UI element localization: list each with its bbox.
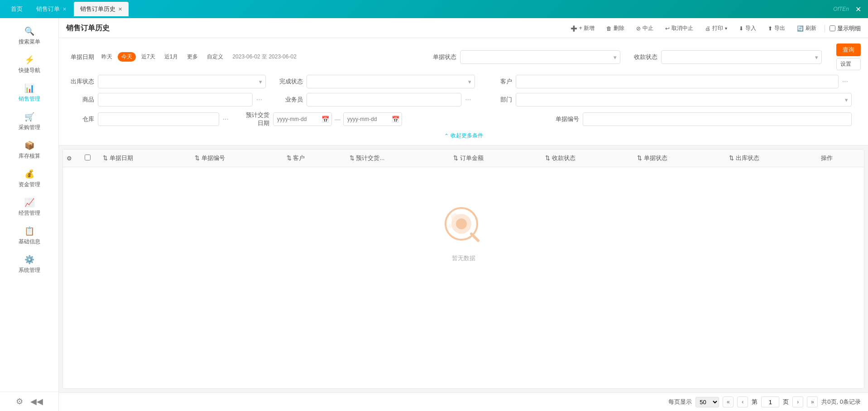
- product-input[interactable]: [98, 93, 253, 106]
- sidebar-item-purchase-mgmt[interactable]: 🛒 采购管理: [0, 107, 58, 136]
- display-details-checkbox[interactable]: [830, 25, 835, 31]
- warehouse-input[interactable]: [98, 112, 219, 126]
- stop-button[interactable]: ⊘ 中止: [633, 23, 657, 34]
- first-page-button[interactable]: «: [723, 396, 734, 407]
- product-label: 商品: [66, 96, 98, 104]
- tab-sales-order-history-close[interactable]: ✕: [118, 6, 122, 12]
- salesperson-input[interactable]: [307, 93, 461, 106]
- tab-home[interactable]: 首页: [5, 2, 29, 16]
- customer-label: 客户: [484, 77, 516, 86]
- import-icon: ⬇: [739, 25, 743, 32]
- export-icon: ⬆: [768, 25, 772, 32]
- delivery-date-group: 📅 — 📅: [273, 112, 402, 126]
- system-mgmt-icon: ⚙️: [24, 255, 34, 265]
- sidebar-item-operations[interactable]: 📈 经营管理: [0, 193, 58, 222]
- sidebar-item-sales-mgmt[interactable]: 📊 销售管理: [0, 79, 58, 107]
- sidebar-item-quick-nav-label: 快捷导航: [19, 67, 40, 74]
- basic-info-icon: 📋: [24, 226, 34, 236]
- table-header-row: ⚙ ⇅ 单据日期 ⇅ 单据编号: [63, 150, 864, 167]
- col-number-text: 单据编号: [201, 155, 225, 161]
- svg-point-4: [451, 213, 458, 221]
- toolbar-divider: [825, 25, 825, 32]
- query-button[interactable]: 查询: [836, 44, 861, 56]
- data-table: ⚙ ⇅ 单据日期 ⇅ 单据编号: [63, 150, 864, 167]
- date-pill-custom[interactable]: 自定义: [203, 52, 227, 62]
- th-customer: ⇅ 客户: [283, 150, 346, 167]
- new-button[interactable]: ➕ + 新增: [567, 23, 598, 34]
- sidebar-item-quick-nav[interactable]: ⚡ 快捷导航: [0, 50, 58, 79]
- salesperson-label: 业务员: [275, 96, 307, 104]
- date-pill-1month[interactable]: 近1月: [161, 52, 182, 62]
- th-action: 操作: [817, 150, 864, 167]
- settings-gear-icon[interactable]: ⚙: [67, 155, 72, 162]
- date-pill-more[interactable]: 更多: [183, 52, 201, 62]
- warehouse-out-select[interactable]: [98, 75, 266, 88]
- th-settings: ⚙: [63, 150, 81, 167]
- page-number-input[interactable]: [761, 396, 779, 407]
- product-more-icon[interactable]: ···: [253, 96, 266, 104]
- th-doc-status: ⇅ 单据状态: [633, 150, 725, 167]
- settings-button[interactable]: 设置: [836, 58, 861, 70]
- next-page-button[interactable]: ›: [792, 396, 803, 407]
- import-button[interactable]: ⬇ 导入: [735, 23, 760, 34]
- th-delivery-sort: ⇅: [350, 155, 356, 161]
- tab-sales-order[interactable]: 销售订单 ✕: [30, 2, 73, 16]
- department-select[interactable]: [516, 93, 852, 106]
- export-button[interactable]: ⬆ 导出: [764, 23, 789, 34]
- purchase-mgmt-icon: 🛒: [24, 112, 34, 122]
- payment-status-control: [661, 50, 822, 64]
- display-details-label[interactable]: 显示明细: [830, 24, 861, 33]
- th-number-sort: ⇅: [195, 155, 201, 161]
- volume-icon[interactable]: ◀◀: [30, 396, 43, 406]
- th-customer-sort: ⇅: [287, 155, 293, 161]
- last-page-button[interactable]: »: [807, 396, 818, 407]
- refresh-button[interactable]: 🔄 刷新: [793, 23, 820, 34]
- tab-sales-order-history[interactable]: 销售订单历史 ✕: [74, 2, 129, 16]
- cancel-stop-button[interactable]: ↩ 取消中止: [662, 23, 697, 34]
- customer-input[interactable]: [516, 75, 839, 88]
- quick-nav-icon: ⚡: [24, 55, 34, 65]
- sidebar-item-search-menu-label: 搜索菜单: [19, 38, 40, 46]
- svg-point-2: [456, 218, 467, 229]
- select-all-checkbox[interactable]: [85, 155, 91, 160]
- settings-bottom-icon[interactable]: ⚙: [16, 396, 23, 406]
- page-size-select[interactable]: 20 50 100 200: [695, 397, 719, 407]
- completion-select[interactable]: [307, 75, 475, 88]
- sidebar-item-inventory[interactable]: 📦 库存核算: [0, 136, 58, 164]
- collapse-row[interactable]: ⌃ 收起更多条件: [66, 132, 861, 140]
- salesperson-control: ···: [307, 93, 475, 106]
- finance-icon: 💰: [24, 169, 34, 179]
- prev-page-button[interactable]: ‹: [737, 396, 748, 407]
- print-button[interactable]: 🖨 打印 ▾: [701, 23, 731, 34]
- toolbar: ➕ + 新增 🗑 删除 ⊘ 中止 ↩ 取消中止 🖨 打印: [567, 23, 861, 34]
- warehouse-control: ···: [98, 112, 232, 126]
- customer-more-icon[interactable]: ···: [839, 77, 852, 86]
- salesperson-more-icon[interactable]: ···: [461, 96, 475, 104]
- date-filter-label: 单据日期: [66, 53, 98, 61]
- date-pill-yesterday[interactable]: 昨天: [98, 52, 116, 62]
- sidebar-item-system-mgmt[interactable]: ⚙️ 系统管理: [0, 250, 58, 279]
- inventory-icon: 📦: [24, 140, 34, 150]
- sidebar-item-finance[interactable]: 💰 资金管理: [0, 164, 58, 193]
- page-title: 销售订单历史: [66, 24, 110, 33]
- status-select[interactable]: [460, 50, 621, 64]
- calendar-from-icon: 📅: [321, 116, 329, 123]
- payment-status-select-wrapper: [661, 50, 822, 64]
- sidebar-item-search-menu[interactable]: 🔍 搜索菜单: [0, 22, 58, 50]
- completion-control: [307, 75, 475, 88]
- date-pill-7days[interactable]: 近7天: [138, 52, 159, 62]
- delivery-date-control: 📅 — 📅: [273, 112, 542, 126]
- sidebar-item-basic-info[interactable]: 📋 基础信息: [0, 222, 58, 250]
- window-close-button[interactable]: ✕: [853, 4, 863, 15]
- warehouse-more-icon[interactable]: ···: [219, 115, 232, 123]
- doc-number-input[interactable]: [583, 112, 852, 126]
- top-bar: 首页 销售订单 ✕ 销售订单历史 ✕ OfTEn ✕: [0, 0, 868, 18]
- date-range-text: 2023-06-02 至 2023-06-02: [232, 53, 296, 61]
- th-amount-sort: ⇅: [453, 155, 460, 161]
- page-size-label: 每页显示: [668, 398, 692, 406]
- date-pill-today[interactable]: 今天: [118, 52, 136, 62]
- tab-home-label: 首页: [11, 5, 23, 13]
- delete-button[interactable]: 🗑 删除: [603, 23, 628, 34]
- payment-status-select[interactable]: [661, 50, 822, 64]
- tab-sales-order-close[interactable]: ✕: [62, 6, 67, 12]
